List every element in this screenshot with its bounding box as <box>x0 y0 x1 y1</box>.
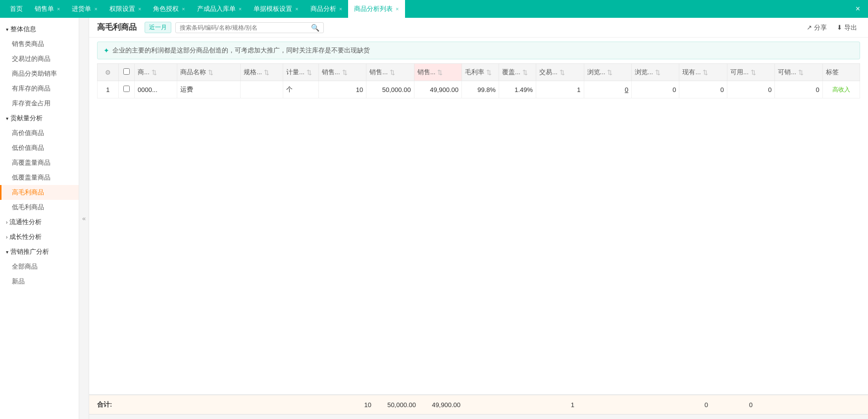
th-sales-amount[interactable]: 销售... ⇅ <box>366 64 414 81</box>
cell-seq: 1 <box>98 81 119 98</box>
th-check[interactable] <box>118 64 134 81</box>
th-trade[interactable]: 交易... ⇅ <box>536 64 584 81</box>
cell-coverage: 1.49% <box>499 81 536 98</box>
main-area: ▾ 整体信息 销售类商品 交易过的商品 商品分类助销率 有库存的商品 库存资金占… <box>0 18 868 419</box>
export-button[interactable]: ⬇ 导出 <box>834 22 860 33</box>
close-icon[interactable]: × <box>295 6 298 12</box>
horizontal-scrollbar[interactable] <box>89 414 868 419</box>
th-current-stock[interactable]: 现有... ⇅ <box>679 64 727 81</box>
footer-trade: 1 <box>533 401 577 409</box>
cell-check[interactable] <box>118 81 134 98</box>
th-available[interactable]: 可用... ⇅ <box>727 64 774 81</box>
sidebar-item-low-value[interactable]: 低价值商品 <box>0 140 79 155</box>
nav-permission[interactable]: 权限设置 × <box>103 0 147 18</box>
th-tag[interactable]: 标签 <box>822 64 860 81</box>
content-area: 高毛利商品 近一月 🔍 ↗ 分享 ⬇ 导出 ✦ 企业的主要的利润都是这部分商品创… <box>89 18 868 419</box>
sort-icon: ⇅ <box>306 69 312 76</box>
footer-summary: 合计: 10 50,000.00 49,900.00 1 0 0 <box>89 394 868 414</box>
browse1-link[interactable]: 0 <box>625 86 628 93</box>
th-sales-qty[interactable]: 销售... ⇅ <box>318 64 366 81</box>
nav-purchase[interactable]: 进货单 × <box>66 0 103 18</box>
select-all-checkbox[interactable] <box>123 68 130 75</box>
th-saleable[interactable]: 可销... ⇅ <box>775 64 822 81</box>
nav-inbound[interactable]: 产成品入库单 × <box>191 0 248 18</box>
th-code[interactable]: 商... ⇅ <box>135 64 177 81</box>
close-icon[interactable]: × <box>94 6 97 12</box>
table-row: 1 0000... 运费 个 10 50,000.00 49,900.00 99… <box>98 81 860 98</box>
cell-browse1[interactable]: 0 <box>584 81 631 98</box>
cell-sales-amount: 50,000.00 <box>366 81 414 98</box>
sidebar-group-liquidity[interactable]: › 流通性分析 <box>0 215 79 230</box>
footer-sales-amount: 50,000.00 <box>374 401 419 409</box>
sidebar-item-high-coverage[interactable]: 高覆盖量商品 <box>0 155 79 170</box>
nav-analysis[interactable]: 商品分析 × <box>305 0 348 18</box>
cell-name: 运费 <box>177 81 241 98</box>
sidebar-item-sales-goods[interactable]: 销售类商品 <box>0 37 79 51</box>
sort-icon: ⇅ <box>560 69 565 76</box>
sort-icon: ⇅ <box>264 69 269 76</box>
nav-home[interactable]: 首页 <box>4 0 29 18</box>
th-browse2[interactable]: 浏览... ⇅ <box>632 64 679 81</box>
row-checkbox[interactable] <box>123 86 130 92</box>
close-icon[interactable]: × <box>396 6 399 12</box>
cell-tag: 高收入 <box>822 81 860 98</box>
sidebar-item-stock-fund[interactable]: 库存资金占用 <box>0 96 79 111</box>
window-close-button[interactable]: × <box>852 4 864 13</box>
sidebar-item-category-rate[interactable]: 商品分类助销率 <box>0 66 79 81</box>
share-button[interactable]: ↗ 分享 <box>804 22 830 33</box>
sidebar-item-new-goods[interactable]: 新品 <box>0 274 79 289</box>
sidebar-item-instock-goods[interactable]: 有库存的商品 <box>0 81 79 96</box>
footer-available: 0 <box>711 401 756 409</box>
search-icon[interactable]: 🔍 <box>311 24 319 32</box>
sidebar-item-high-value[interactable]: 高价值商品 <box>0 126 79 140</box>
sidebar-item-traded-goods[interactable]: 交易过的商品 <box>0 51 79 66</box>
close-icon[interactable]: × <box>57 6 60 12</box>
sidebar-group-marketing[interactable]: ▾ 营销推广分析 <box>0 244 79 259</box>
chevron-down-icon: ▾ <box>6 116 8 121</box>
sidebar: ▾ 整体信息 销售类商品 交易过的商品 商品分类助销率 有库存的商品 库存资金占… <box>0 18 79 419</box>
th-browse1[interactable]: 浏览... ⇅ <box>584 64 631 81</box>
sidebar-item-all-goods[interactable]: 全部商品 <box>0 259 79 274</box>
sidebar-item-low-margin[interactable]: 低毛利商品 <box>0 200 79 215</box>
th-spec[interactable]: 规格... ⇅ <box>241 64 283 81</box>
date-filter-button[interactable]: 近一月 <box>145 22 171 33</box>
sort-icon: ⇅ <box>486 69 492 76</box>
sort-icon: ⇅ <box>437 69 443 76</box>
sidebar-group-contribution[interactable]: ▾ 贡献量分析 <box>0 111 79 126</box>
gear-icon[interactable]: ⚙ <box>105 69 111 76</box>
tag-label: 高收入 <box>832 86 850 93</box>
cell-trade: 1 <box>536 81 584 98</box>
cell-browse2: 0 <box>632 81 679 98</box>
close-icon[interactable]: × <box>138 6 141 12</box>
chevron-right-icon: › <box>6 220 7 225</box>
nav-sales[interactable]: 销售单 × <box>29 0 66 18</box>
nav-role[interactable]: 角色授权 × <box>147 0 191 18</box>
cell-sales-qty: 10 <box>318 81 366 98</box>
export-icon: ⬇ <box>837 24 842 31</box>
info-text: 企业的主要的利润都是这部分商品创造的，可考虑加大推广，同时关注库存是不要出现缺货 <box>112 46 370 55</box>
th-unit[interactable]: 计量... ⇅ <box>283 64 319 81</box>
th-coverage[interactable]: 覆盖... ⇅ <box>499 64 536 81</box>
sort-icon: ⇅ <box>342 69 348 76</box>
sidebar-group-overall[interactable]: ▾ 整体信息 <box>0 22 79 37</box>
sort-icon: ⇅ <box>208 69 213 76</box>
sidebar-toggle-button[interactable]: « <box>79 18 89 419</box>
th-sales-cost[interactable]: 销售... ⇅ <box>414 64 461 81</box>
data-table: ⚙ 商... ⇅ 商品名称 <box>97 63 860 98</box>
chevron-left-icon: « <box>82 215 86 222</box>
nav-template[interactable]: 单据模板设置 × <box>248 0 304 18</box>
close-icon[interactable]: × <box>339 6 342 12</box>
th-gross-margin[interactable]: 毛利率 ⇅ <box>462 64 499 81</box>
sidebar-group-growth[interactable]: › 成长性分析 <box>0 230 79 244</box>
cell-unit: 个 <box>283 81 319 98</box>
close-icon[interactable]: × <box>239 6 242 12</box>
sidebar-item-low-coverage[interactable]: 低覆盖量商品 <box>0 170 79 185</box>
chevron-right-icon: › <box>6 234 7 240</box>
close-icon[interactable]: × <box>182 6 185 12</box>
search-input[interactable] <box>180 24 311 31</box>
top-nav: 首页 销售单 × 进货单 × 权限设置 × 角色授权 × 产成品入库单 × 单据… <box>0 0 868 18</box>
cell-code: 0000... <box>135 81 177 98</box>
sidebar-item-high-margin[interactable]: 高毛利商品 <box>0 185 79 200</box>
th-name[interactable]: 商品名称 ⇅ <box>177 64 241 81</box>
nav-analysis-list[interactable]: 商品分析列表 × <box>348 0 405 18</box>
